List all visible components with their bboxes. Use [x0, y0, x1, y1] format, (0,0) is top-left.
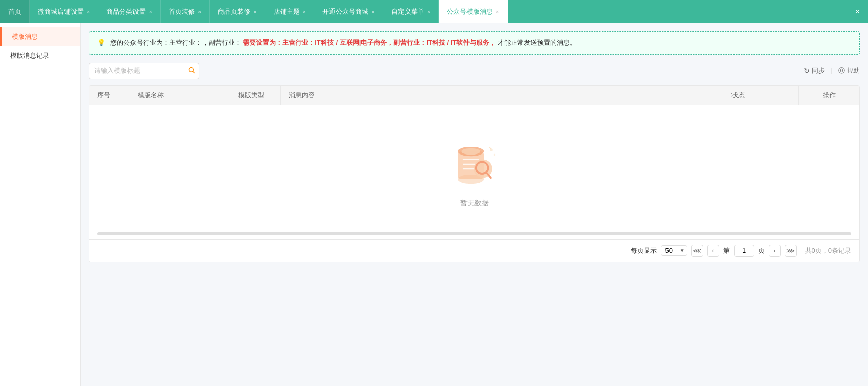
tab-template-msg-label: 公众号模版消息	[447, 7, 493, 16]
th-content: 消息内容	[281, 86, 723, 105]
tab-open-mall-label: 开通公众号商城	[322, 7, 368, 16]
tab-product-decor-label: 商品页装修	[218, 7, 250, 16]
empty-text: 暂无数据	[460, 199, 489, 208]
sidebar-item-template-msg[interactable]: 模版消息	[0, 27, 80, 46]
sidebar: 模版消息 模版消息记录	[0, 23, 81, 386]
svg-point-13	[493, 153, 495, 156]
last-page-button[interactable]: ⋙	[785, 245, 797, 257]
help-icon: ⓪	[838, 66, 845, 75]
th-seq: 序号	[89, 86, 129, 105]
sidebar-item-template-msg-log[interactable]: 模版消息记录	[0, 46, 80, 65]
close-open-mall[interactable]: ×	[371, 9, 374, 15]
svg-point-0	[189, 67, 194, 72]
help-button[interactable]: ⓪ 帮助	[838, 66, 860, 75]
th-name: 模版名称	[129, 86, 230, 105]
sync-label: 同步	[812, 66, 825, 75]
notice-prefix: 您的公众号行业为：主营行业：，副营行业：	[110, 39, 241, 46]
th-status: 状态	[723, 86, 799, 105]
help-label: 帮助	[847, 66, 860, 75]
page-size-select[interactable]: 50 20 100	[661, 245, 687, 256]
tab-store-theme[interactable]: 店铺主题 ×	[265, 0, 314, 23]
empty-illustration	[447, 135, 502, 191]
tab-category-settings[interactable]: 商品分类设置 ×	[98, 0, 160, 23]
svg-line-14	[489, 147, 491, 149]
empty-state: 暂无数据	[89, 105, 859, 228]
top-navigation: 首页 微商城店铺设置 × 商品分类设置 × 首页装修 × 商品页装修 × 店铺主…	[0, 0, 868, 23]
sidebar-item-template-msg-log-label: 模版消息记录	[10, 52, 49, 59]
tab-home-decor-label: 首页装修	[169, 7, 195, 16]
search-row: ↻ 同步 | ⓪ 帮助	[89, 63, 860, 79]
pagination-row: 每页显示 50 20 100 ▼ ⋘ ‹ 第 页	[89, 239, 859, 262]
prev-page-icon: ‹	[712, 247, 714, 254]
close-home-decor[interactable]: ×	[198, 9, 201, 15]
tab-store-theme-label: 店铺主题	[274, 7, 300, 16]
page-size-wrap: 50 20 100 ▼	[661, 245, 687, 256]
notice-highlight: 需要设置为：主营行业：IT科技 / 互联网|电子商务，副营行业：IT科技 / I…	[243, 39, 496, 46]
close-template-msg[interactable]: ×	[496, 9, 499, 15]
last-page-icon: ⋙	[786, 247, 795, 254]
tab-custom-menu[interactable]: 自定义菜单 ×	[383, 0, 439, 23]
prev-page-button[interactable]: ‹	[707, 245, 719, 257]
first-page-button[interactable]: ⋘	[691, 245, 703, 257]
horizontal-scrollbar[interactable]	[97, 232, 851, 235]
toolbar-right: ↻ 同步 | ⓪ 帮助	[804, 66, 860, 75]
page-label-suffix: 页	[758, 246, 765, 255]
content-area: 💡 您的公众号行业为：主营行业：，副营行业： 需要设置为：主营行业：IT科技 /…	[81, 23, 868, 386]
tab-template-msg[interactable]: 公众号模版消息 ×	[439, 0, 507, 23]
svg-line-1	[193, 71, 194, 73]
th-type: 模版类型	[230, 86, 281, 105]
notice-suffix: 才能正常发送预置的消息。	[498, 39, 576, 46]
scrollbar-row	[89, 228, 859, 239]
tab-category-settings-label: 商品分类设置	[106, 7, 146, 16]
page-label-prefix: 第	[723, 246, 730, 255]
per-page-label: 每页显示	[631, 246, 657, 255]
tab-home[interactable]: 首页	[0, 0, 30, 23]
close-all-tabs-button[interactable]: ×	[847, 0, 868, 23]
tab-home-decor[interactable]: 首页装修 ×	[161, 0, 210, 23]
next-page-icon: ›	[774, 247, 776, 254]
notice-banner: 💡 您的公众号行业为：主营行业：，副营行业： 需要设置为：主营行业：IT科技 /…	[89, 31, 860, 55]
total-info: 共0页，0条记录	[805, 246, 851, 255]
close-store-settings[interactable]: ×	[87, 9, 90, 15]
close-product-decor[interactable]: ×	[253, 9, 256, 15]
toolbar-divider: |	[831, 67, 832, 74]
sync-button[interactable]: ↻ 同步	[804, 66, 825, 75]
next-page-button[interactable]: ›	[769, 245, 781, 257]
sidebar-item-template-msg-label: 模版消息	[12, 33, 38, 40]
search-input[interactable]	[89, 63, 199, 79]
tab-product-decor[interactable]: 商品页装修 ×	[210, 0, 265, 23]
close-category-settings[interactable]: ×	[149, 9, 152, 15]
svg-point-5	[461, 148, 480, 155]
first-page-icon: ⋘	[693, 247, 701, 254]
sync-icon: ↻	[804, 67, 810, 75]
notice-icon: 💡	[97, 39, 105, 46]
tab-open-mall[interactable]: 开通公众号商城 ×	[314, 0, 383, 23]
tab-custom-menu-label: 自定义菜单	[391, 7, 424, 16]
search-button[interactable]	[188, 66, 195, 75]
th-action: 操作	[799, 86, 859, 105]
tab-store-settings-label: 微商城店铺设置	[38, 7, 84, 16]
close-store-theme[interactable]: ×	[303, 9, 306, 15]
main-layout: 模版消息 模版消息记录 💡 您的公众号行业为：主营行业：，副营行业： 需要设置为…	[0, 23, 868, 386]
tab-store-settings[interactable]: 微商城店铺设置 ×	[30, 0, 98, 23]
close-custom-menu[interactable]: ×	[427, 9, 430, 15]
tab-home-label: 首页	[8, 7, 21, 16]
data-table: 序号 模版名称 模版类型 消息内容 状态 操作	[89, 85, 860, 262]
table-header: 序号 模版名称 模版类型 消息内容 状态 操作	[89, 86, 859, 105]
page-number-input[interactable]	[734, 245, 754, 257]
search-input-wrap	[89, 63, 199, 79]
